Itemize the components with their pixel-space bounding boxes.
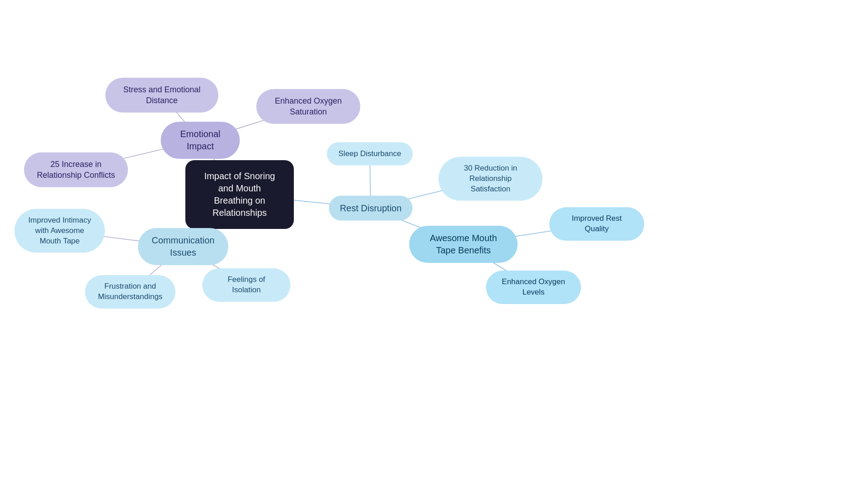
center-node: Impact of Snoring and Mouth Breathing on… <box>185 160 294 229</box>
emotional-impact-node: Emotional Impact <box>161 122 240 159</box>
stress-node: Stress and Emotional Distance <box>105 78 218 113</box>
communication-node: Communication Issues <box>138 228 228 265</box>
rest-disruption-node: Rest Disruption <box>329 196 413 221</box>
enhanced-oxygen2-node: Enhanced Oxygen Levels <box>486 271 581 304</box>
mouth-tape-benefits-node: Awesome Mouth Tape Benefits <box>409 226 518 263</box>
isolation-node: Feelings of Isolation <box>203 268 291 302</box>
sleep-disturbance-node: Sleep Disturbance <box>327 143 413 166</box>
improved-intimacy-node: Improved Intimacy with Awesome Mouth Tap… <box>14 209 105 253</box>
mind-map-canvas: Impact of Snoring and Mouth Breathing on… <box>0 0 868 490</box>
improved-rest-node: Improved Rest Quality <box>549 207 644 241</box>
frustration-node: Frustration and Misunderstandings <box>85 275 175 309</box>
conflicts-node: 25 Increase in Relationship Conflicts <box>24 152 128 187</box>
reduction-node: 30 Reduction in Relationship Satisfactio… <box>439 157 542 201</box>
enhanced-oxygen-node: Enhanced Oxygen Saturation <box>256 89 360 124</box>
